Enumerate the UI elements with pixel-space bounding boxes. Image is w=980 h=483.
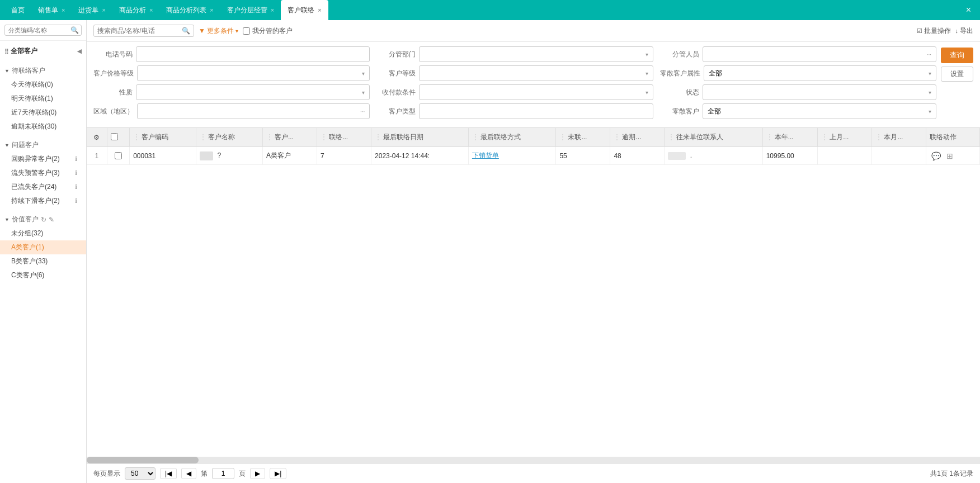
close-customer-segment-tab[interactable]: × [271, 7, 274, 13]
table-col-last-contact-method[interactable]: 最后联络方式 [468, 128, 555, 147]
filter-customer-type-input[interactable] [419, 103, 653, 119]
sidebar-item-churned[interactable]: 已流失客户(24) ℹ [0, 180, 86, 194]
table-checkbox-col[interactable] [107, 128, 130, 147]
sidebar-item-declining[interactable]: 持续下滑客户(2) ℹ [0, 194, 86, 208]
row-customer-name: ? [196, 147, 263, 165]
sidebar-item-tomorrow-pending[interactable]: 明天待联络(1) [0, 92, 86, 106]
sidebar-item-unclassified[interactable]: 未分组(32) [0, 226, 86, 240]
sidebar-pending-contact-header[interactable]: ▼ 待联络客户 [0, 64, 86, 78]
close-goods-list-tab[interactable]: × [210, 7, 213, 13]
last-page-button[interactable]: ▶| [270, 468, 286, 479]
row-customer-code: 000031 [130, 147, 196, 165]
table-col-customer-code[interactable]: 客户编码 [130, 128, 196, 147]
close-purchase-tab[interactable]: × [102, 7, 105, 13]
nav-tab-goods-analysis[interactable]: 商品分析 × [112, 0, 159, 20]
table-col-this-year[interactable]: 本年... [762, 128, 818, 147]
close-sales-tab[interactable]: × [62, 7, 65, 13]
sidebar-item-today-pending[interactable]: 今天待联络(0) [0, 78, 86, 92]
table-col-company-contacts[interactable]: 往来单位联系人 [665, 128, 762, 147]
chat-action-icon[interactable]: 💬 [931, 151, 941, 160]
row-last-contact-method[interactable]: 下销货单 [468, 147, 555, 165]
sidebar-item-repurchase-abnormal[interactable]: 回购异常客户(2) ℹ [0, 152, 86, 166]
filter-person-input[interactable]: ··· [703, 46, 936, 62]
customers-table: ⚙ 客户编码 客户名称 客户... 联络... 最后联络日期 最后联络方式 未联… [87, 128, 980, 165]
page-size-select[interactable]: 50 100 200 [125, 467, 156, 480]
nav-tab-customer-segment[interactable]: 客户分层经营 × [220, 0, 281, 20]
nav-tab-purchase[interactable]: 进货单 × [72, 0, 112, 20]
filter-customer-type-field: 客户类型 [376, 103, 653, 119]
refresh-icon[interactable]: ↻ [41, 216, 46, 224]
filter-person-field: 分管人员 ··· [660, 46, 936, 62]
first-page-button[interactable]: |◀ [160, 468, 177, 479]
settings-button[interactable]: 设置 [941, 67, 973, 82]
sidebar-problem-customers-header[interactable]: ▼ 问题客户 [0, 138, 86, 152]
more-conditions-button[interactable]: ▼ 更多条件 ▾ [199, 26, 238, 36]
filter-customer-level-label: 客户等级 [376, 69, 416, 78]
info-icon: ℹ [75, 197, 77, 205]
nav-tab-goods-list[interactable]: 商品分析列表 × [159, 0, 220, 20]
sidebar-item-churn-warning[interactable]: 流失预警客户(3) ℹ [0, 166, 86, 180]
customer-name-icon [200, 151, 213, 160]
table-col-last-month[interactable]: 上月... [818, 128, 872, 147]
my-customers-checkbox[interactable] [243, 27, 250, 35]
query-button[interactable]: 查询 [941, 48, 973, 63]
table-col-contact-num[interactable]: 联络... [317, 128, 371, 147]
close-all-tabs-button[interactable]: × [962, 5, 976, 15]
filter-retail-attr-select[interactable]: 全部 ▾ [704, 65, 936, 81]
dots-icon: ··· [360, 108, 365, 115]
table-col-last-contact-date[interactable]: 最后联络日期 [371, 128, 469, 147]
close-customer-contact-tab[interactable]: × [318, 7, 321, 13]
table-col-this-month[interactable]: 本月... [872, 128, 926, 147]
filter-dept-select[interactable]: ▾ [419, 46, 653, 62]
row-checkbox-cell[interactable] [107, 147, 130, 165]
filter-region-input[interactable]: ··· [137, 103, 370, 119]
scroll-thumb[interactable] [87, 457, 199, 463]
filter-payment-select[interactable]: ▾ [419, 84, 653, 100]
sidebar-all-customers-header[interactable]: ⣿ 全部客户 ◀ [0, 43, 86, 59]
chevron-down-icon: ▾ [646, 70, 648, 77]
my-customers-checkbox-label[interactable]: 我分管的客户 [243, 26, 293, 36]
info-icon: ℹ [75, 155, 77, 163]
filter-retail-customer-field: 零散客户 全部 ▾ [660, 103, 936, 119]
bulk-ops-button[interactable]: ☑ 批量操作 [917, 26, 951, 36]
nav-tab-sales[interactable]: 销售单 × [31, 0, 72, 20]
prev-page-button[interactable]: ◀ [181, 468, 196, 479]
row-number: 1 [87, 147, 107, 165]
sidebar-value-customers-header[interactable]: ▼ 价值客户 ↻ ✎ [0, 212, 86, 226]
export-button[interactable]: ↓ 导出 [955, 26, 974, 36]
qr-action-icon[interactable]: ⊞ [946, 151, 953, 160]
row-no-contact: 55 [556, 147, 610, 165]
filter-search-input[interactable] [97, 27, 180, 35]
sidebar-item-b-class[interactable]: B类客户(33) [0, 254, 86, 268]
select-all-checkbox[interactable] [111, 133, 118, 140]
table-col-overdue[interactable]: 逾期... [610, 128, 665, 147]
filter-nature-select[interactable]: ▾ [136, 84, 370, 100]
table-col-customer-name[interactable]: 客户名称 [196, 128, 263, 147]
page-number-input[interactable] [212, 468, 234, 479]
filter-status-field: 状态 ▾ [660, 84, 936, 100]
chevron-down-icon: ▾ [646, 89, 648, 96]
sidebar-item-a-class[interactable]: A类客户(1) [0, 240, 86, 254]
filter-status-select[interactable]: ▾ [703, 84, 936, 100]
filter-bar: 🔍 ▼ 更多条件 ▾ 我分管的客户 ☑ 批量操作 ↓ 导出 [87, 20, 980, 42]
table-col-customer-level[interactable]: 客户... [263, 128, 317, 147]
close-goods-analysis-tab[interactable]: × [149, 7, 153, 13]
sidebar-item-week-pending[interactable]: 近7天待联络(0) [0, 106, 86, 120]
row-contact-num: 7 [317, 147, 371, 165]
filter-customer-level-select[interactable]: ▾ [419, 65, 653, 81]
sidebar-item-overdue-pending[interactable]: 逾期未联络(30) [0, 120, 86, 134]
filter-search-wrap: 🔍 [93, 25, 194, 37]
sidebar-item-c-class[interactable]: C类客户(6) [0, 268, 86, 282]
filter-phone-input[interactable] [136, 46, 370, 62]
nav-tab-home[interactable]: 首页 [4, 0, 31, 20]
horizontal-scrollbar[interactable] [87, 457, 980, 463]
next-page-button[interactable]: ▶ [250, 468, 265, 479]
row-this-month [872, 147, 926, 165]
filter-retail-customer-select[interactable]: 全部 ▾ [703, 103, 936, 119]
nav-tab-customer-contact[interactable]: 客户联络 × [281, 0, 328, 20]
row-checkbox[interactable] [115, 152, 122, 159]
edit-icon[interactable]: ✎ [49, 216, 54, 224]
table-settings-col[interactable]: ⚙ [87, 128, 107, 147]
table-col-no-contact[interactable]: 未联... [556, 128, 610, 147]
filter-price-level-select[interactable]: ▾ [137, 65, 370, 81]
